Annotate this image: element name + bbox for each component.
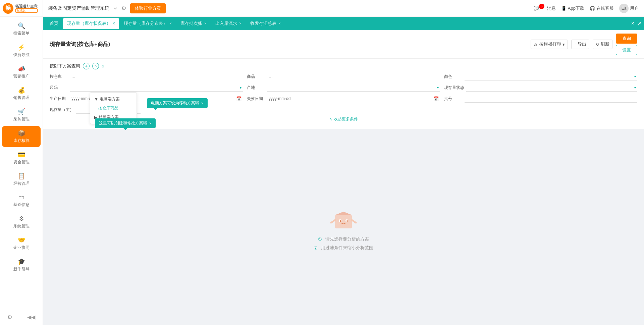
tree-label-warehouse: 按仓库商品 — [98, 105, 118, 111]
collapse-icon: ∧ — [329, 117, 332, 121]
header-gear-icon[interactable]: ⚙ — [121, 5, 126, 11]
tab-summary-label: 收发存汇总表 — [250, 20, 276, 26]
page-title: 现存量查询(按仓库+商品) — [50, 41, 110, 48]
tab-inventory-dist-label: 现存量（库存分布表） — [124, 20, 167, 26]
message-icon: 💬 — [534, 6, 539, 11]
filter-field-color: 颜色 ▾ — [444, 73, 637, 80]
tab-inventory-dist[interactable]: 现存量（库存分布表） × — [120, 18, 176, 29]
tab-home[interactable]: 首页 — [46, 18, 62, 29]
filter-add-button[interactable]: + — [83, 63, 90, 69]
tooltip1-close[interactable]: × — [201, 101, 204, 106]
sidebar-item-search[interactable]: 🔍 搜索菜单 — [2, 19, 41, 40]
logo-area: 畅 畅通道好生意 标准版 — [0, 0, 43, 17]
header-dropdown-icon[interactable] — [113, 6, 117, 10]
warehouse-dots[interactable]: ··· — [70, 74, 77, 79]
empty-step1: ① 请先选择要分析的方案 — [318, 236, 369, 242]
messages-button[interactable]: 💬 6 消息 — [534, 5, 556, 11]
filter-edit-button[interactable]: ○ — [92, 63, 99, 69]
sidebar-item-sales-label: 销售管理 — [13, 95, 30, 101]
filter-arrow-button[interactable]: « — [102, 63, 104, 69]
filter-row-3: 生产日期 📅 失效日期 📅 批号 — [50, 95, 637, 103]
tab-fullscreen-icon[interactable]: ⤢ — [637, 20, 641, 27]
export-label: 导出 — [578, 41, 586, 47]
sidebar-item-inventory[interactable]: 📦 库存核算 — [2, 126, 41, 147]
marketing-icon: 📣 — [18, 65, 25, 72]
tab-inventory-dist-close[interactable]: × — [169, 21, 172, 25]
color-label: 颜色 — [444, 74, 463, 79]
sidebar-item-quicknav[interactable]: ⚡ 快捷导航 — [2, 40, 41, 61]
base-icon: 🗃 — [18, 194, 24, 201]
sidebar-item-finance-label: 资金管理 — [13, 159, 30, 165]
filter-field-size: 尺码 ▾ — [50, 84, 243, 92]
tab-summary[interactable]: 收发存汇总表 × — [246, 18, 285, 29]
svg-line-6 — [352, 220, 356, 223]
refresh-button[interactable]: ↻ 刷新 — [593, 40, 612, 49]
industry-plan-button[interactable]: 体验行业方案 — [130, 3, 166, 13]
tooltip-create-popup: 这里可以创建和修改方案哦 × — [95, 118, 156, 128]
sidebar-item-collab-label: 企业协同 — [13, 245, 30, 251]
tab-close-all-icon[interactable]: × — [631, 20, 634, 27]
filter-field-goods: 商品 ··· — [247, 74, 440, 79]
filter-field-stock-main: 现存量（主） — — [50, 106, 243, 114]
goods-dots[interactable]: ··· — [267, 74, 274, 79]
sidebar-item-marketing[interactable]: 📣 营销推广 — [2, 62, 41, 83]
system-name: 装备及固定资产辅助管理系统 — [48, 5, 109, 11]
size-select-wrap: ▾ — [70, 84, 243, 92]
search-button[interactable]: 查询 — [616, 34, 637, 44]
sidebar-item-system[interactable]: ⚙ 系统管理 — [2, 212, 41, 232]
size-select[interactable] — [70, 84, 243, 91]
sidebar-item-finance[interactable]: 💳 资金管理 — [2, 148, 41, 168]
tree-item-desktop[interactable]: ▼ 电脑端方案 — [90, 95, 137, 104]
template-print-button[interactable]: 🖨 按模板打印 ▾ — [531, 40, 568, 49]
system-icon: ⚙ — [19, 215, 24, 222]
color-select-wrap: ▾ — [465, 73, 637, 80]
tree-item-warehouse[interactable]: 按仓库商品 — [90, 104, 137, 113]
app-download-button[interactable]: 📱 App下载 — [561, 5, 584, 11]
user-profile[interactable]: Ea 用户 — [619, 4, 639, 13]
filter-field-batch: 批号 — [444, 95, 637, 103]
page-actions: 🖨 按模板打印 ▾ ↑ 导出 ↻ 刷新 查询 设置 — [531, 34, 638, 55]
origin-select[interactable] — [267, 84, 440, 91]
tab-inout-flow-close[interactable]: × — [239, 21, 241, 25]
sidebar-item-purchase[interactable]: 🛒 采购管理 — [2, 105, 41, 125]
headset-icon: 🎧 — [590, 6, 595, 11]
sidebar-item-guide-label: 新手引导 — [13, 266, 30, 272]
content-area: 现存量查询(按仓库+商品) 🖨 按模板打印 ▾ ↑ 导出 ↻ 刷新 查询 设置 — [43, 30, 644, 325]
tab-batch-account-close[interactable]: × — [204, 21, 207, 25]
finance-icon: 💳 — [18, 151, 25, 158]
expire-date-input[interactable] — [269, 96, 433, 101]
sidebar-item-search-label: 搜索菜单 — [13, 31, 30, 36]
collapse-sidebar-icon[interactable]: ◀◀ — [26, 313, 37, 322]
tab-batch-account[interactable]: 库存批次账 × — [176, 18, 211, 29]
sidebar-item-guide[interactable]: 🎓 新手引导 — [2, 255, 41, 275]
origin-select-wrap: ▾ — [267, 84, 440, 92]
sidebar-item-sales[interactable]: 💰 销售管理 — [2, 83, 41, 104]
settings-icon[interactable]: ⚙ — [6, 313, 13, 322]
tab-inventory-status-close[interactable]: × — [113, 21, 115, 25]
export-button[interactable]: ↑ 导出 — [571, 40, 590, 49]
guide-icon: 🎓 — [18, 258, 25, 265]
tooltip2-text: 这里可以创建和修改方案哦 — [99, 120, 147, 126]
batch-input[interactable] — [465, 95, 637, 103]
header-left: 装备及固定资产辅助管理系统 ⚙ 体验行业方案 — [48, 3, 166, 13]
inventory-icon: 📦 — [18, 129, 25, 137]
tab-inventory-status[interactable]: 现存量（库存状况表） × — [63, 18, 119, 29]
sidebar-item-collab[interactable]: 🤝 企业协同 — [2, 233, 41, 254]
app-download-label: App下载 — [568, 5, 584, 11]
tab-summary-close[interactable]: × — [278, 21, 281, 25]
produce-date-calendar-icon[interactable]: 📅 — [236, 96, 241, 101]
stock-status-select[interactable] — [466, 84, 637, 91]
online-support-label: 在线客服 — [596, 5, 614, 11]
sidebar-item-management[interactable]: 📋 经营管理 — [2, 169, 41, 190]
tab-inout-flow[interactable]: 出入库流水 × — [211, 18, 246, 29]
export-icon: ↑ — [574, 42, 577, 47]
online-support-button[interactable]: 🎧 在线客服 — [590, 5, 614, 11]
tooltip2-close[interactable]: × — [149, 121, 152, 126]
sidebar-item-base[interactable]: 🗃 基础信息 — [2, 191, 41, 211]
tab-inout-flow-label: 出入库流水 — [215, 20, 237, 26]
color-select[interactable] — [465, 73, 637, 80]
expire-date-calendar-icon[interactable]: 📅 — [433, 96, 439, 101]
reset-button[interactable]: 设置 — [616, 45, 637, 55]
tab-bar: 首页 现存量（库存状况表） × 现存量（库存分布表） × 库存批次账 × 出入库… — [43, 17, 644, 30]
search-icon: 🔍 — [18, 22, 25, 30]
